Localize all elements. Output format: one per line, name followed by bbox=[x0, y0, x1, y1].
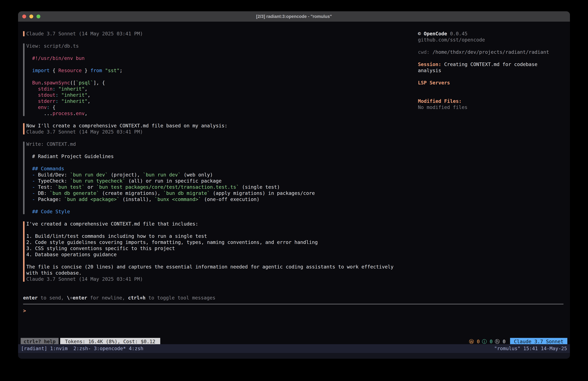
text-segment: from bbox=[90, 68, 102, 73]
text-segment: (apply migrations) in packages/core bbox=[210, 190, 315, 196]
text-segment: Bun bbox=[32, 80, 41, 86]
text-segment: Test: bbox=[35, 184, 55, 190]
text-segment: : bbox=[53, 86, 56, 92]
text-segment: "inherit" bbox=[61, 98, 88, 104]
terminal-line bbox=[26, 258, 394, 264]
text-segment: - bbox=[32, 197, 35, 202]
tool-write-block: Write: CONTEXT.md # Radiant Project Guid… bbox=[23, 141, 394, 215]
tmux-statusbar: [radiant] 1:nvim 2:zsh- 3:opencode* 4:zs… bbox=[18, 344, 570, 359]
assistant-message: I've created a comprehensive CONTEXT.md … bbox=[23, 221, 394, 282]
window-title: [2/3] radiant:3:opencode - "romulus" bbox=[256, 14, 332, 19]
text-segment: : bbox=[56, 92, 58, 98]
keybind-help: enter to send, \+enter for newline, ctrl… bbox=[23, 295, 215, 301]
text-segment bbox=[102, 68, 105, 73]
text-segment: import bbox=[32, 68, 50, 73]
terminal-line: ## Code Style bbox=[26, 209, 394, 215]
text-segment: 4. Database operations guidance bbox=[26, 252, 117, 257]
text-segment: , bbox=[84, 111, 87, 116]
text-segment: + bbox=[70, 295, 73, 301]
text-segment: ], { bbox=[93, 80, 105, 86]
hints-count: ⓗ 0 bbox=[495, 338, 505, 345]
terminal-line: Now I'll create a comprehensive CONTEXT.… bbox=[26, 123, 394, 129]
text-segment: `bun run typecheck` bbox=[70, 178, 125, 184]
text-segment: Package: bbox=[35, 197, 64, 202]
tmux-bar: [radiant] 1:nvim 2:zsh- 3:opencode* 4:zs… bbox=[18, 344, 570, 353]
modified-files-header: Modified Files: bbox=[418, 98, 568, 104]
close-button[interactable] bbox=[22, 15, 26, 18]
terminal-line: 1. Build/lint/test commands including ho… bbox=[26, 233, 394, 239]
text-segment: - bbox=[32, 184, 35, 190]
text-segment: for newline, bbox=[87, 295, 128, 301]
terminal-line bbox=[26, 49, 394, 55]
terminal-line: # Radiant Project Guidelines bbox=[26, 153, 394, 159]
text-segment: with this codebase. bbox=[26, 270, 82, 276]
assistant-meta: Claude 3.7 Sonnet (14 May 2025 03:41 PM) bbox=[23, 31, 394, 37]
text-segment: "sst" bbox=[105, 68, 120, 73]
repo-link[interactable]: github.com/sst/opencode bbox=[418, 37, 568, 43]
app-version bbox=[447, 31, 450, 37]
tmux-bottom-padding bbox=[18, 353, 570, 359]
text-segment: Claude 3.7 Sonnet (14 May 2025 03:41 PM) bbox=[26, 31, 143, 37]
text-segment: stdout bbox=[38, 92, 55, 98]
lsp-servers-header: LSP Servers bbox=[418, 80, 568, 86]
terminal-line: - TypeCheck: `bun run typecheck` (all) o… bbox=[26, 178, 394, 184]
terminal-line: env: { bbox=[26, 104, 394, 111]
text-segment bbox=[26, 98, 38, 104]
terminal-line: The file is concise (20 lines) and captu… bbox=[26, 264, 394, 270]
session-label: Session: bbox=[418, 62, 441, 67]
text-segment: : bbox=[56, 98, 58, 104]
text-segment: 3. CSS styling conventions specific to t… bbox=[26, 246, 175, 251]
cwd-path: /home/thdxr/dev/projects/radiant/radiant bbox=[432, 49, 549, 55]
prompt-caret: > bbox=[23, 308, 26, 314]
text-segment: `bun add <package>` bbox=[64, 197, 120, 202]
terminal-line bbox=[26, 147, 394, 153]
text-segment: (create migrations), bbox=[99, 190, 163, 196]
text-segment: . bbox=[73, 111, 76, 116]
text-segment: #!/usr/bin/env bun bbox=[32, 55, 84, 61]
text-segment: : bbox=[47, 104, 50, 110]
zoom-button[interactable] bbox=[37, 15, 40, 18]
text-segment: (install), bbox=[120, 197, 155, 202]
text-segment: - bbox=[32, 190, 35, 196]
text-segment: (project), bbox=[108, 172, 143, 178]
app-name: © OpenCode bbox=[418, 31, 447, 37]
text-segment: `bun db migrate` bbox=[163, 190, 210, 196]
text-segment: `psql` bbox=[76, 80, 93, 86]
text-segment: Claude 3.7 Sonnet (14 May 2025 03:41 PM) bbox=[26, 129, 143, 135]
text-segment: Resource bbox=[58, 68, 82, 73]
tmux-windows[interactable]: [radiant] 1:nvim 2:zsh- 3:opencode* 4:zs… bbox=[21, 344, 144, 353]
info-count: ⓘ 0 bbox=[482, 338, 493, 345]
terminal-window: [2/3] radiant:3:opencode - "romulus" Cla… bbox=[18, 11, 570, 359]
assistant-message: Now I'll create a comprehensive CONTEXT.… bbox=[23, 123, 394, 135]
terminal-line: Write: CONTEXT.md bbox=[26, 141, 394, 147]
text-segment: 1. Build/lint/test commands including ho… bbox=[26, 233, 207, 239]
text-segment: to toggle tool messages bbox=[146, 295, 215, 301]
text-segment: . bbox=[41, 80, 44, 86]
conversation: Claude 3.7 Sonnet (14 May 2025 03:41 PM)… bbox=[23, 31, 394, 288]
prompt-input[interactable]: > bbox=[23, 308, 556, 314]
terminal-line: Bun.spawnSync([`psql`], { bbox=[26, 80, 394, 86]
text-segment: process bbox=[53, 111, 73, 116]
text-segment: `bunx <command>` bbox=[155, 197, 201, 202]
text-segment bbox=[26, 80, 32, 86]
text-segment: ... bbox=[26, 111, 53, 116]
session-row: Session: Creating CONTEXT.md for codebas… bbox=[418, 61, 568, 67]
text-segment bbox=[26, 178, 32, 184]
text-segment: DB: bbox=[35, 190, 50, 196]
text-segment: `bun run dev` bbox=[143, 172, 181, 178]
window-titlebar[interactable]: [2/3] radiant:3:opencode - "romulus" bbox=[18, 11, 570, 22]
text-segment: `bun db generate` bbox=[50, 190, 99, 196]
text-segment: "inherit" bbox=[58, 86, 85, 92]
minimize-button[interactable] bbox=[29, 15, 33, 18]
text-segment: TypeCheck: bbox=[35, 178, 70, 184]
text-segment: Build/Dev: bbox=[35, 172, 70, 178]
text-segment bbox=[26, 166, 32, 171]
text-segment bbox=[26, 92, 38, 98]
text-segment: , bbox=[87, 98, 90, 104]
terminal-line: stdin: "inherit", bbox=[26, 86, 394, 92]
terminal-line: stdout: "inherit", bbox=[26, 92, 394, 98]
text-segment bbox=[26, 209, 32, 214]
text-segment bbox=[26, 55, 32, 61]
text-segment bbox=[58, 92, 61, 98]
text-segment: 2. Code style guidelines covering import… bbox=[26, 239, 318, 245]
